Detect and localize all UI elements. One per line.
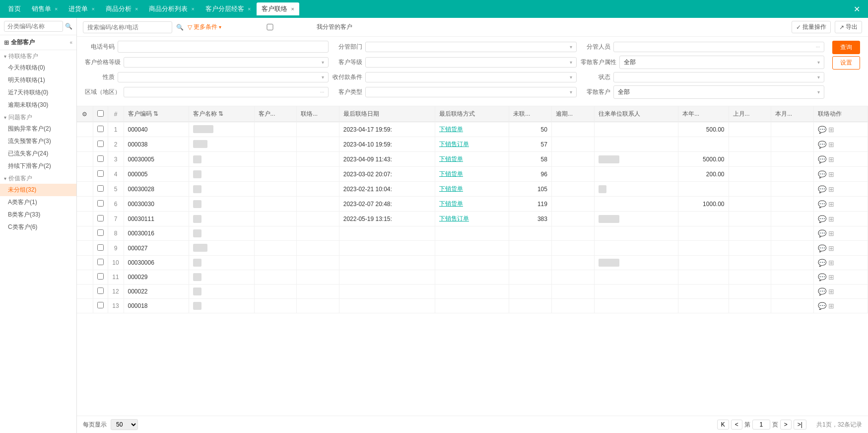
region-select[interactable]: ··· (124, 87, 329, 97)
customer-type-select[interactable]: ▾ (365, 87, 576, 97)
sidebar-item[interactable]: 已流失客户(24) (0, 147, 76, 160)
row-checkbox[interactable] (97, 126, 104, 132)
nav-tab-商品分析列表[interactable]: 商品分析列表 × (144, 2, 199, 15)
sidebar-item[interactable]: 囤购异常客户(2) (0, 123, 76, 135)
chat-icon[interactable]: 💬 (818, 170, 826, 178)
grid-action-icon[interactable]: ⊞ (828, 273, 834, 281)
row-checkbox[interactable] (97, 229, 104, 236)
row-checkbox[interactable] (97, 185, 104, 192)
chat-icon[interactable]: 💬 (818, 200, 826, 208)
chat-icon[interactable]: 💬 (818, 141, 826, 148)
chat-icon[interactable]: 💬 (818, 302, 826, 310)
nav-tab-客户联络[interactable]: 客户联络 × (257, 2, 299, 15)
sidebar-group-价值客户[interactable]: ▾价值客户 (0, 172, 76, 184)
retail-attr-select[interactable]: 全部▾ (619, 56, 824, 69)
sidebar-group-待联络客户[interactable]: ▾待联络客户 (0, 50, 76, 62)
td-last-method[interactable]: 下销货单 (435, 122, 509, 137)
sidebar-item[interactable]: A类客户(1) (0, 196, 76, 209)
td-check[interactable] (93, 226, 108, 241)
grid-action-icon[interactable]: ⊞ (828, 229, 834, 237)
chat-icon[interactable]: 💬 (818, 126, 826, 134)
chat-icon[interactable]: 💬 (818, 273, 826, 281)
grid-action-icon[interactable]: ⊞ (828, 126, 834, 134)
nav-home[interactable]: 首页 (4, 2, 25, 15)
row-checkbox[interactable] (97, 273, 104, 280)
nature-select[interactable]: ▾ (118, 72, 329, 82)
sidebar-item[interactable]: 今天待联络(0) (0, 62, 76, 74)
payment-select[interactable]: ▾ (365, 72, 576, 82)
tab-close-icon[interactable]: × (90, 6, 94, 12)
last-method-link[interactable]: 下销货单 (439, 126, 463, 133)
sidebar-group-问题客户[interactable]: ▾问题客户 (0, 111, 76, 123)
my-customers-check[interactable]: 我分管的客户 (225, 23, 352, 31)
td-last-method[interactable]: 下销货单 (435, 167, 509, 182)
row-checkbox[interactable] (97, 155, 104, 162)
row-checkbox[interactable] (97, 215, 104, 221)
td-last-method[interactable]: 下销货单 (435, 197, 509, 212)
more-conditions-btn[interactable]: ▽ 更多条件 ▾ (188, 23, 221, 31)
nav-tab-进货单[interactable]: 进货单 × (64, 2, 99, 15)
grid-action-icon[interactable]: ⊞ (828, 170, 834, 178)
td-check[interactable] (93, 197, 108, 212)
grid-action-icon[interactable]: ⊞ (828, 155, 834, 163)
td-check[interactable] (93, 241, 108, 256)
grid-action-icon[interactable]: ⊞ (828, 302, 834, 310)
td-check[interactable] (93, 299, 108, 313)
app-close[interactable]: ✕ (850, 4, 864, 14)
row-checkbox[interactable] (97, 259, 104, 265)
td-check[interactable] (93, 212, 108, 226)
per-page-select[interactable]: 50 100 200 (111, 419, 138, 430)
sidebar-search-icon[interactable]: 🔍 (65, 23, 72, 30)
last-method-link[interactable]: 下销货单 (439, 170, 463, 177)
price-level-select[interactable]: ▾ (124, 57, 329, 68)
retail-customer-select[interactable]: 全部▾ (613, 85, 824, 99)
td-last-method[interactable]: 下销售订单 (435, 212, 509, 226)
chat-icon[interactable]: 💬 (818, 288, 826, 295)
chat-icon[interactable]: 💬 (818, 229, 826, 237)
status-select[interactable]: ▾ (613, 72, 824, 82)
chat-icon[interactable]: 💬 (818, 155, 826, 163)
my-customers-checkbox[interactable] (225, 24, 315, 30)
col-code[interactable]: 客户编码 ⇅ (124, 106, 189, 122)
last-method-link[interactable]: 下销货单 (439, 155, 463, 162)
next-page-btn[interactable]: > (780, 420, 792, 430)
prev-page-btn[interactable]: < (731, 420, 742, 430)
td-check[interactable] (93, 285, 108, 299)
batch-op-btn[interactable]: ✓ 批量操作 (792, 21, 831, 33)
search-icon[interactable]: 🔍 (176, 24, 184, 31)
chat-icon[interactable]: 💬 (818, 244, 826, 252)
dept-select[interactable]: ▾ (365, 42, 576, 52)
search-input[interactable] (83, 21, 172, 33)
row-checkbox[interactable] (97, 302, 104, 308)
last-method-link[interactable]: 下销售订单 (439, 215, 469, 222)
last-page-btn[interactable]: >| (794, 420, 806, 430)
tab-close-icon[interactable]: × (289, 6, 294, 12)
page-num-input[interactable] (752, 420, 770, 430)
grid-action-icon[interactable]: ⊞ (828, 200, 834, 208)
td-last-method[interactable]: 下销货单 (435, 152, 509, 167)
sidebar-item[interactable]: C类客户(6) (0, 221, 76, 233)
sidebar-item[interactable]: 持续下滑客户(2) (0, 160, 76, 172)
chat-icon[interactable]: 💬 (818, 215, 826, 223)
tab-close-icon[interactable]: × (190, 6, 194, 12)
last-method-link[interactable]: 下销货单 (439, 185, 463, 192)
td-check[interactable] (93, 256, 108, 270)
grid-action-icon[interactable]: ⊞ (828, 141, 834, 148)
sidebar-all-customers[interactable]: ⊞ 全部客户 « (0, 35, 76, 50)
manager-select[interactable]: ··· (613, 42, 824, 52)
chat-icon[interactable]: 💬 (818, 185, 826, 193)
sidebar-item[interactable]: 逾期未联络(30) (0, 99, 76, 111)
query-button[interactable]: 查询 (832, 41, 860, 54)
sidebar-item[interactable]: 明天待联络(1) (0, 74, 76, 86)
export-btn[interactable]: ↗ 导出 (835, 21, 862, 33)
row-checkbox[interactable] (97, 141, 104, 147)
row-checkbox[interactable] (97, 170, 104, 177)
reset-button[interactable]: 设置 (832, 56, 860, 70)
row-checkbox[interactable] (97, 288, 104, 294)
td-check[interactable] (93, 152, 108, 167)
td-check[interactable] (93, 270, 108, 285)
td-last-method[interactable]: 下销货单 (435, 182, 509, 197)
grid-action-icon[interactable]: ⊞ (828, 185, 834, 193)
nav-tab-商品分析[interactable]: 商品分析 × (101, 2, 143, 15)
nav-tab-客户分层经客[interactable]: 客户分层经客 × (200, 2, 256, 15)
